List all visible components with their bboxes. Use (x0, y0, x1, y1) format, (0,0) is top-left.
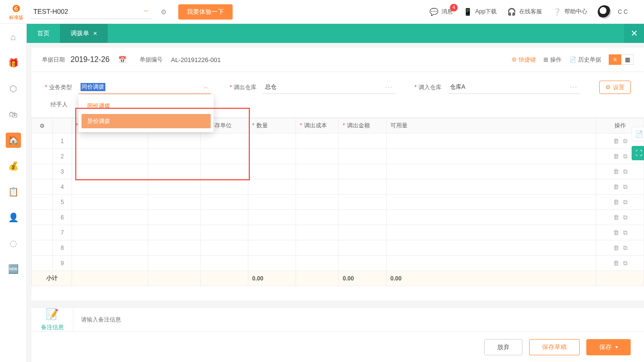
org-select[interactable]: TEST-H002 ﹀ (31, 5, 152, 19)
settings-button[interactable]: ⚙ 设置 (599, 81, 631, 94)
delete-icon[interactable]: 🗑 (613, 168, 619, 175)
delete-icon[interactable]: 🗑 (613, 229, 619, 236)
out-warehouse-field[interactable]: * 调出仓库 总仓 ⋯ (230, 81, 396, 94)
row-index: 2 (53, 149, 72, 164)
table-row[interactable]: 5🗑⧉ (32, 195, 644, 210)
sidebar-home-icon[interactable]: ⌂ (6, 30, 21, 45)
view-toggle: ≡ ▦ (609, 54, 634, 65)
row-index: 1 (53, 134, 72, 149)
delete-icon[interactable]: 🗑 (613, 198, 619, 206)
user-name: C C (618, 9, 628, 15)
content: 单据日期 2019-12-26 📅 单据编号 AL-20191226-001 ⚙… (27, 43, 644, 362)
required-marker: * (45, 84, 47, 91)
discard-button[interactable]: 放弃 (484, 339, 522, 355)
copy-icon[interactable]: ⧉ (623, 153, 627, 160)
avatar (598, 5, 611, 19)
copy-icon[interactable]: ⧉ (623, 214, 627, 221)
chevron-down-icon: ﹀ (143, 8, 149, 16)
history-label: 历史单据 (578, 56, 601, 64)
save-button[interactable]: 保存 ▾ (586, 339, 631, 355)
calendar-icon[interactable]: 📅 (118, 56, 126, 63)
history-link[interactable]: 📄历史单据 (569, 56, 601, 64)
delete-icon[interactable]: 🗑 (613, 183, 619, 190)
in-warehouse-field[interactable]: * 调入仓库 仓库A ⋯ (414, 81, 580, 94)
table-row[interactable]: 6🗑⧉ (32, 210, 644, 225)
remark-label: 备注信息 (41, 323, 64, 331)
row-index: 4 (53, 179, 72, 195)
copy-icon[interactable]: ⧉ (623, 259, 627, 267)
items-table-wrap: ⚙ *商品扫码录入 规格型号 *库存单位 *数量 *调出成本 *调出金额 可用量 (31, 117, 644, 300)
sidebar-house-icon[interactable]: ⬡ (6, 81, 21, 96)
biz-type-field[interactable]: * 业务类型 同价调拨 ︿ 同价调拨 异价调拨 (45, 81, 211, 94)
table-row[interactable]: 9🗑⧉ (32, 256, 644, 271)
table-row[interactable]: 2🗑⧉ (32, 149, 644, 164)
option-same-price[interactable]: 同价调拨 (82, 99, 211, 113)
delete-icon[interactable]: 🗑 (613, 153, 619, 160)
table-row[interactable]: 1🗑⧉ (32, 134, 644, 149)
sidebar-clipboard-icon[interactable]: 📋 (6, 184, 21, 199)
copy-icon[interactable]: ⧉ (623, 137, 627, 145)
sidebar-new-icon[interactable]: 🆕 (6, 261, 21, 277)
subtotal-label: 小计 (32, 271, 72, 286)
col-qty-label: 数量 (256, 122, 268, 129)
row-index: 7 (53, 225, 72, 240)
table-row[interactable]: 4🗑⧉ (32, 179, 644, 195)
col-amount: *调出金额 (339, 118, 387, 134)
gear-icon: ⚙ (511, 56, 517, 63)
row-index: 9 (53, 256, 72, 271)
sidebar-circle-icon[interactable]: ◌ (6, 236, 21, 251)
operations-link[interactable]: ⊞操作 (543, 56, 562, 64)
col-gear[interactable]: ⚙ (32, 118, 53, 134)
tab-home[interactable]: 首页 (27, 24, 60, 43)
tab-transfer-order[interactable]: 调拨单 ✕ (60, 24, 108, 43)
phone-icon: 📱 (463, 8, 472, 16)
table-row[interactable]: 7🗑⧉ (32, 225, 644, 240)
gear-icon[interactable]: ⚙ (161, 8, 167, 16)
shortcut-link[interactable]: ⚙快捷键 (511, 56, 536, 64)
help-link[interactable]: ❔ 帮助中心 (552, 8, 587, 16)
row-index: 5 (53, 195, 72, 210)
save-label: 保存 (599, 343, 612, 352)
out-wh-value: 总仓 (265, 83, 276, 91)
save-draft-button[interactable]: 保存草稿 (529, 339, 580, 355)
option-diff-price[interactable]: 异价调拨 (82, 114, 211, 128)
copy-icon[interactable]: ⧉ (623, 198, 627, 206)
sidebar-warehouse-icon[interactable]: 🏠 (6, 133, 21, 148)
table-row[interactable]: 8🗑⧉ (32, 240, 644, 256)
customer-service-link[interactable]: 🎧 在线客服 (507, 8, 542, 16)
copy-icon[interactable]: ⧉ (623, 168, 627, 175)
out-wh-select[interactable]: 总仓 ⋯ (263, 81, 395, 94)
messages-link[interactable]: 💬 消息 4 (429, 8, 453, 16)
table-row[interactable]: 3🗑⧉ (32, 164, 644, 179)
more-icon[interactable]: ⋯ (570, 83, 578, 92)
copy-icon[interactable]: ⧉ (623, 229, 627, 236)
remark-input[interactable] (73, 308, 644, 331)
logo-edition: 标准版 (9, 14, 23, 21)
delete-icon[interactable]: 🗑 (613, 244, 619, 251)
in-wh-value: 仓库A (450, 83, 465, 91)
rail-expand-icon[interactable]: ⛶ (632, 146, 644, 160)
sidebar-gift-icon[interactable]: 🎁 (6, 55, 21, 71)
view-list-icon[interactable]: ≡ (609, 54, 621, 65)
doc-date[interactable]: 2019-12-26 (71, 55, 110, 64)
sidebar-bag-icon[interactable]: 🛍 (6, 107, 21, 122)
headset-icon: 🎧 (507, 8, 516, 16)
more-icon[interactable]: ⋯ (385, 83, 393, 92)
col-cost-label: 调出成本 (304, 122, 327, 129)
sidebar-money-icon[interactable]: 💰 (6, 158, 21, 174)
app-download-link[interactable]: 📱 App下载 (463, 8, 497, 16)
copy-icon[interactable]: ⧉ (623, 244, 627, 251)
try-button[interactable]: 我要体验一下 (178, 4, 233, 20)
delete-icon[interactable]: 🗑 (613, 214, 619, 221)
delete-icon[interactable]: 🗑 (613, 259, 619, 267)
rail-note-icon[interactable]: 📄 (632, 127, 644, 141)
user-menu[interactable]: C C (598, 5, 628, 19)
in-wh-select[interactable]: 仓库A ⋯ (448, 81, 580, 94)
doc-header: 单据日期 2019-12-26 📅 单据编号 AL-20191226-001 ⚙… (31, 48, 644, 72)
delete-icon[interactable]: 🗑 (613, 137, 619, 145)
copy-icon[interactable]: ⧉ (623, 183, 627, 190)
sidebar-contact-icon[interactable]: 👤 (6, 210, 21, 225)
view-grid-icon[interactable]: ▦ (621, 54, 634, 65)
close-icon[interactable]: ✕ (93, 31, 97, 37)
biz-type-select[interactable]: 同价调拨 ︿ 同价调拨 异价调拨 (79, 81, 211, 94)
